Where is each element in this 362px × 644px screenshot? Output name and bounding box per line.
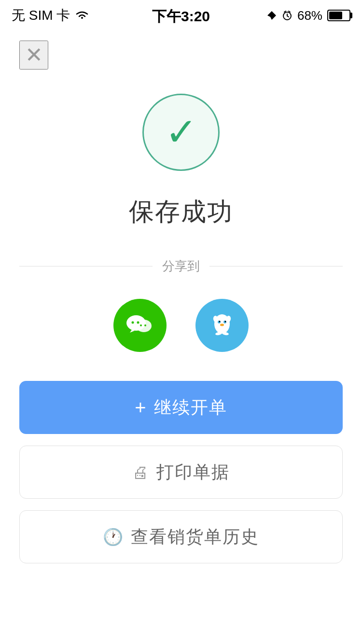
carrier-wifi: 无 SIM 卡	[12, 6, 89, 25]
svg-point-8	[137, 322, 139, 324]
share-label: 分享到	[162, 258, 200, 275]
share-divider: 分享到	[19, 258, 343, 275]
location-icon	[266, 10, 277, 21]
wechat-share-button[interactable]	[113, 299, 167, 352]
print-button[interactable]: 🖨 打印单据	[19, 446, 343, 499]
success-title: 保存成功	[129, 195, 233, 229]
qq-icon	[205, 308, 239, 342]
svg-point-15	[225, 321, 226, 322]
print-label: 打印单据	[156, 461, 230, 484]
svg-point-16	[220, 324, 224, 326]
share-icons	[113, 299, 249, 352]
svg-point-14	[219, 321, 221, 322]
checkmark-icon: ✓	[165, 113, 197, 152]
svg-point-9	[140, 324, 142, 326]
qq-share-button[interactable]	[195, 299, 249, 352]
status-right: 68%	[266, 8, 350, 23]
history-label: 查看销货单历史	[131, 525, 259, 549]
alarm-icon	[282, 10, 292, 21]
svg-line-2	[287, 16, 289, 17]
wifi-icon	[75, 10, 89, 21]
continue-order-label: 继续开单	[154, 396, 227, 420]
success-indicator: ✓	[142, 94, 220, 171]
svg-point-10	[144, 324, 146, 326]
time-display: 下午3:20	[152, 7, 210, 27]
divider-right	[209, 266, 343, 266]
wechat-icon	[123, 308, 157, 342]
share-section: 分享到	[19, 258, 343, 352]
close-icon: ✕	[25, 44, 43, 66]
divider-left	[19, 266, 153, 266]
svg-point-7	[132, 322, 134, 324]
carrier-text: 无 SIM 卡	[12, 6, 70, 25]
plus-icon: +	[135, 398, 146, 417]
close-button[interactable]: ✕	[19, 41, 48, 70]
status-bar: 无 SIM 卡 下午3:20 68%	[0, 0, 362, 31]
battery-percent: 68%	[297, 8, 322, 23]
continue-order-button[interactable]: + 继续开单	[19, 381, 343, 434]
history-button[interactable]: 🕐 查看销货单历史	[19, 510, 343, 563]
history-icon: 🕐	[103, 527, 123, 546]
battery-icon	[327, 10, 350, 21]
main-content: ✕ ✓ 保存成功 分享到	[0, 31, 362, 644]
print-icon: 🖨	[132, 463, 149, 482]
action-buttons: + 继续开单 🖨 打印单据 🕐 查看销货单历史	[19, 381, 343, 563]
